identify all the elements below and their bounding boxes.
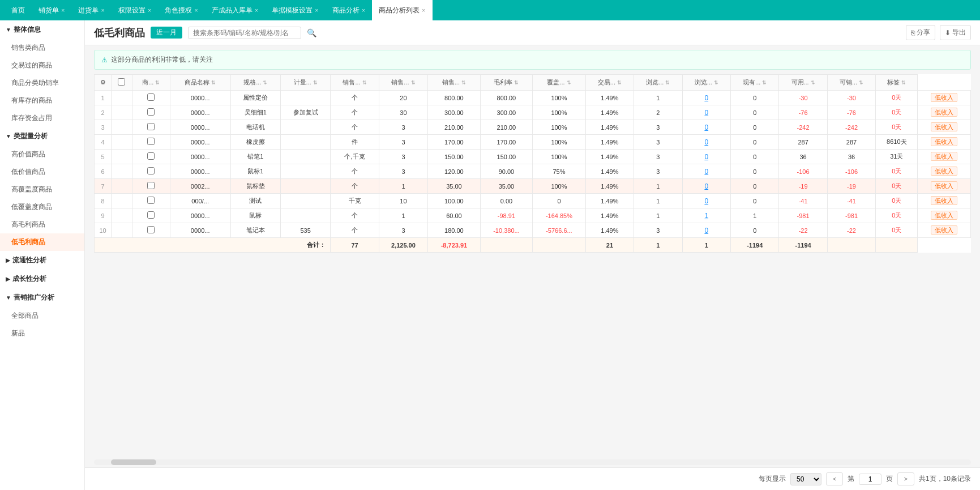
browse1-cell[interactable]: 0 [682, 135, 730, 150]
select-all-checkbox[interactable] [118, 78, 125, 86]
sidebar-item-low-coverage[interactable]: 低覆盖度商品 [0, 198, 84, 216]
checkbox-cell[interactable] [132, 150, 170, 164]
browse1-cell[interactable]: 0 [682, 194, 730, 208]
saleable-days-column-header[interactable]: 可销... ⇅ [827, 75, 875, 91]
current-stock-column-header[interactable]: 现有... ⇅ [730, 75, 778, 91]
data-table-container[interactable]: ⚙ 商... ⇅ 商品名称 ⇅ 规格... ⇅ 计量... ⇅ 销售... ⇅ … [94, 74, 971, 457]
page-label: 第 [848, 474, 854, 484]
browse2-column-header[interactable]: 浏览... ⇅ [682, 75, 730, 91]
browse1-cell[interactable]: 0 [682, 223, 730, 238]
checkbox-cell[interactable] [132, 164, 170, 179]
close-icon[interactable]: × [422, 7, 425, 14]
name-column-header[interactable]: 商品名称 ⇅ [170, 75, 230, 91]
nav-product-analysis-list[interactable]: 商品分析列表 × [372, 0, 432, 20]
code-column-header[interactable]: 商... ⇅ [132, 75, 170, 91]
browse1-cell[interactable]: 0 [682, 91, 730, 105]
nav-purchase-order[interactable]: 进货单 × [71, 0, 111, 20]
checkbox-cell[interactable] [132, 223, 170, 238]
sidebar-item-low-profit[interactable]: 低毛利商品 [0, 233, 84, 251]
sidebar-group-title-flow[interactable]: ▶ 流通性分析 [0, 251, 84, 270]
sidebar-item-traded-products[interactable]: 交易过的商品 [0, 57, 84, 74]
nav-template-settings[interactable]: 单据模板设置 × [265, 0, 325, 20]
sidebar-item-new-products[interactable]: 新品 [0, 325, 84, 342]
trade-count-column-header[interactable]: 交易... ⇅ [585, 75, 634, 91]
sidebar-group-title-growth[interactable]: ▶ 成长性分析 [0, 270, 84, 288]
checkbox-cell[interactable] [132, 120, 170, 135]
sidebar-group-title-overall[interactable]: ▼ 整体信息 [0, 20, 84, 39]
row-checkbox[interactable] [147, 123, 155, 130]
share-button[interactable]: ⎘ 分享 [906, 25, 935, 40]
row-checkbox[interactable] [147, 138, 155, 145]
next-page-button[interactable]: ＞ [897, 472, 914, 485]
checkbox-cell[interactable] [132, 91, 170, 105]
checkbox-cell[interactable] [132, 135, 170, 150]
row-checkbox[interactable] [147, 108, 155, 116]
spec-column-header[interactable]: 规格... ⇅ [230, 75, 280, 91]
sales-qty-column-header[interactable]: 销售... ⇅ [331, 75, 379, 91]
sales-qty-cell: 3 [379, 150, 427, 164]
trade-count-cell: 3 [634, 223, 682, 238]
sales-qty-cell: 20 [379, 91, 427, 105]
checkbox-cell[interactable] [132, 105, 170, 120]
row-checkbox[interactable] [147, 93, 155, 101]
close-icon[interactable]: × [315, 7, 318, 14]
browse1-cell[interactable]: 0 [682, 105, 730, 120]
collapse-icon: ▶ [6, 257, 10, 263]
name-cell: 吴细细1 [230, 105, 280, 120]
sidebar-item-high-coverage[interactable]: 高覆盖度商品 [0, 181, 84, 198]
nav-sales-order[interactable]: 销货单 × [32, 0, 71, 20]
page-number-input[interactable] [859, 474, 881, 485]
sidebar-item-high-value[interactable]: 高价值商品 [0, 146, 84, 163]
close-icon[interactable]: × [194, 7, 198, 14]
row-checkbox[interactable] [147, 197, 155, 204]
row-checkbox[interactable] [147, 226, 155, 233]
sidebar-group-title-marketing[interactable]: ▼ 营销推广分析 [0, 288, 84, 307]
export-button[interactable]: ⬇ 导出 [940, 25, 971, 40]
close-icon[interactable]: × [148, 7, 151, 14]
close-icon[interactable]: × [362, 7, 365, 14]
sidebar-item-all-products[interactable]: 全部商品 [0, 307, 84, 325]
browse1-cell[interactable]: 0 [682, 150, 730, 164]
row-checkbox[interactable] [147, 182, 155, 189]
coverage-column-header[interactable]: 覆盖... ⇅ [533, 75, 586, 91]
sidebar-item-sales-products[interactable]: 销售类商品 [0, 39, 84, 57]
sidebar-item-category-rate[interactable]: 商品分类助销率 [0, 74, 84, 92]
checkbox-cell[interactable] [132, 179, 170, 194]
sidebar-item-low-value[interactable]: 低价值商品 [0, 163, 84, 181]
checkbox-cell[interactable] [132, 194, 170, 208]
unit-column-header[interactable]: 计量... ⇅ [280, 75, 330, 91]
tag-column-header[interactable]: 标签 ⇅ [876, 75, 918, 91]
time-tag-button[interactable]: 近一月 [151, 27, 182, 39]
sales-amount-column-header[interactable]: 销售... ⇅ [428, 75, 481, 91]
search-icon[interactable]: 🔍 [307, 28, 316, 37]
nav-home[interactable]: 首页 [5, 0, 32, 20]
settings-column-header[interactable]: ⚙ [95, 75, 112, 91]
row-checkbox[interactable] [147, 167, 155, 174]
row-checkbox[interactable] [147, 211, 155, 219]
checkbox-cell[interactable] [132, 208, 170, 223]
browse1-cell[interactable]: 1 [682, 208, 730, 223]
sidebar-item-high-profit[interactable]: 高毛利商品 [0, 216, 84, 233]
search-input[interactable] [188, 27, 301, 39]
available-stock-column-header[interactable]: 可用... ⇅ [779, 75, 827, 91]
gross-rate-column-header[interactable]: 毛利率 ⇅ [480, 75, 533, 91]
sidebar-group-title-type[interactable]: ▼ 类型量分析 [0, 127, 84, 146]
prev-page-button[interactable]: ＜ [826, 472, 843, 485]
browse1-column-header[interactable]: 浏览... ⇅ [634, 75, 682, 91]
sidebar-item-capital[interactable]: 库存资金占用 [0, 109, 84, 127]
per-page-select[interactable]: 50 100 200 [790, 473, 821, 485]
sidebar-item-in-stock[interactable]: 有库存的商品 [0, 92, 84, 109]
checkbox-column-header[interactable] [112, 75, 132, 91]
close-icon[interactable]: × [101, 7, 104, 14]
sales-price-column-header[interactable]: 销售... ⇅ [379, 75, 427, 91]
browse1-cell[interactable]: 0 [682, 179, 730, 194]
close-icon[interactable]: × [61, 7, 65, 14]
browse1-cell[interactable]: 0 [682, 120, 730, 135]
nav-permission[interactable]: 权限设置 × [112, 0, 158, 20]
row-checkbox[interactable] [147, 152, 155, 160]
browse1-cell[interactable]: 0 [682, 164, 730, 179]
nav-role-auth[interactable]: 角色授权 × [158, 0, 204, 20]
close-icon[interactable]: × [255, 7, 258, 14]
nav-product-stock[interactable]: 产成品入库单 × [205, 0, 265, 20]
nav-product-analysis[interactable]: 商品分析 × [326, 0, 372, 20]
